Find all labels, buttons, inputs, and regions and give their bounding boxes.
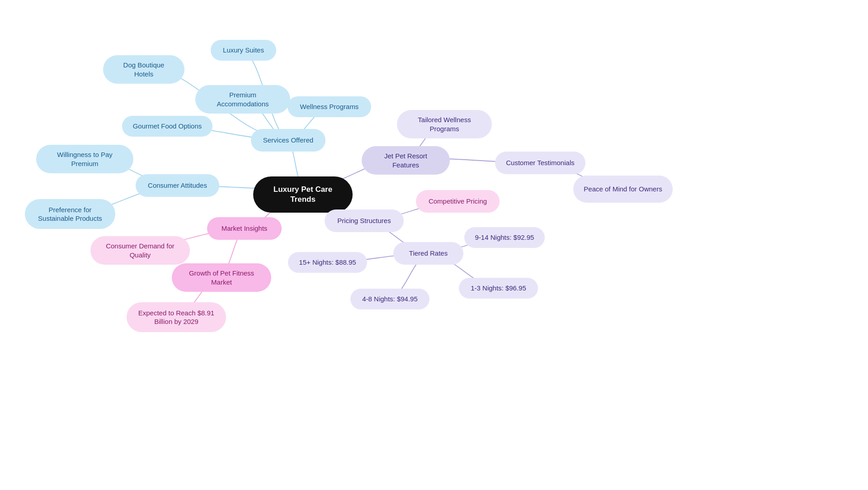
- node-label-growth_pet_fitness: Growth of Pet Fitness Market: [182, 269, 261, 286]
- mindmap-container: Luxury Pet Care TrendsServices OfferedLu…: [0, 0, 868, 490]
- node-label-premium_accommodations: Premium Accommodations: [205, 90, 280, 108]
- node-tiered_rates: Tiered Rates: [393, 242, 463, 265]
- node-label-center: Luxury Pet Care Trends: [268, 185, 338, 205]
- node-growth_pet_fitness: Growth of Pet Fitness Market: [172, 263, 271, 292]
- node-label-services_offered: Services Offered: [263, 136, 313, 145]
- node-label-nights_9_14: 9-14 Nights: $92.95: [475, 233, 534, 242]
- node-label-wellness_programs_blue: Wellness Programs: [300, 102, 359, 111]
- node-label-expected_reach: Expected to Reach $8.91 Billion by 2029: [137, 309, 216, 326]
- node-nights_15plus: 15+ Nights: $88.95: [288, 252, 367, 273]
- node-label-nights_15plus: 15+ Nights: $88.95: [299, 258, 356, 267]
- node-luxury_suites: Luxury Suites: [211, 40, 276, 61]
- node-label-tiered_rates: Tiered Rates: [409, 249, 448, 258]
- node-nights_9_14: 9-14 Nights: $92.95: [464, 227, 545, 248]
- node-jet_pet_resort: Jet Pet Resort Features: [362, 146, 450, 175]
- node-label-nights_4_8: 4-8 Nights: $94.95: [362, 295, 418, 304]
- node-peace_of_mind: Peace of Mind for Owners: [573, 176, 673, 203]
- node-market_insights: Market Insights: [207, 217, 282, 240]
- node-tailored_wellness: Tailored Wellness Programs: [397, 110, 492, 138]
- node-preference_sustainable: Preference for Sustainable Products: [25, 199, 115, 229]
- node-customer_testimonials: Customer Testimonials: [495, 152, 585, 174]
- node-dog_boutique: Dog Boutique Hotels: [103, 55, 184, 84]
- node-willingness_pay: Willingness to Pay Premium: [36, 145, 133, 173]
- node-center: Luxury Pet Care Trends: [253, 176, 353, 213]
- node-nights_4_8: 4-8 Nights: $94.95: [350, 289, 429, 309]
- node-label-customer_testimonials: Customer Testimonials: [506, 158, 574, 167]
- node-expected_reach: Expected to Reach $8.91 Billion by 2029: [127, 302, 226, 332]
- node-label-market_insights: Market Insights: [222, 224, 268, 233]
- node-label-peace_of_mind: Peace of Mind for Owners: [584, 185, 662, 194]
- node-premium_accommodations: Premium Accommodations: [195, 85, 290, 114]
- node-gourmet_food: Gourmet Food Options: [122, 116, 212, 137]
- node-label-consumer_attitudes: Consumer Attitudes: [148, 181, 207, 190]
- node-consumer_attitudes: Consumer Attitudes: [136, 174, 219, 197]
- node-wellness_programs_blue: Wellness Programs: [288, 96, 371, 117]
- node-label-gourmet_food: Gourmet Food Options: [133, 122, 202, 131]
- node-label-competitive_pricing: Competitive Pricing: [429, 197, 487, 206]
- node-label-jet_pet_resort: Jet Pet Resort Features: [372, 152, 440, 169]
- node-label-luxury_suites: Luxury Suites: [223, 46, 264, 55]
- node-label-tailored_wellness: Tailored Wellness Programs: [407, 115, 482, 133]
- node-services_offered: Services Offered: [251, 129, 326, 152]
- node-label-pricing_structures: Pricing Structures: [337, 216, 391, 225]
- node-nights_1_3: 1-3 Nights: $96.95: [459, 278, 538, 299]
- node-label-willingness_pay: Willingness to Pay Premium: [46, 150, 123, 168]
- node-label-dog_boutique: Dog Boutique Hotels: [113, 61, 175, 78]
- node-label-consumer_demand: Consumer Demand for Quality: [100, 242, 180, 259]
- node-consumer_demand: Consumer Demand for Quality: [90, 236, 190, 265]
- node-pricing_structures: Pricing Structures: [325, 209, 404, 232]
- node-competitive_pricing: Competitive Pricing: [416, 190, 500, 213]
- node-label-nights_1_3: 1-3 Nights: $96.95: [471, 284, 526, 293]
- node-label-preference_sustainable: Preference for Sustainable Products: [35, 205, 105, 223]
